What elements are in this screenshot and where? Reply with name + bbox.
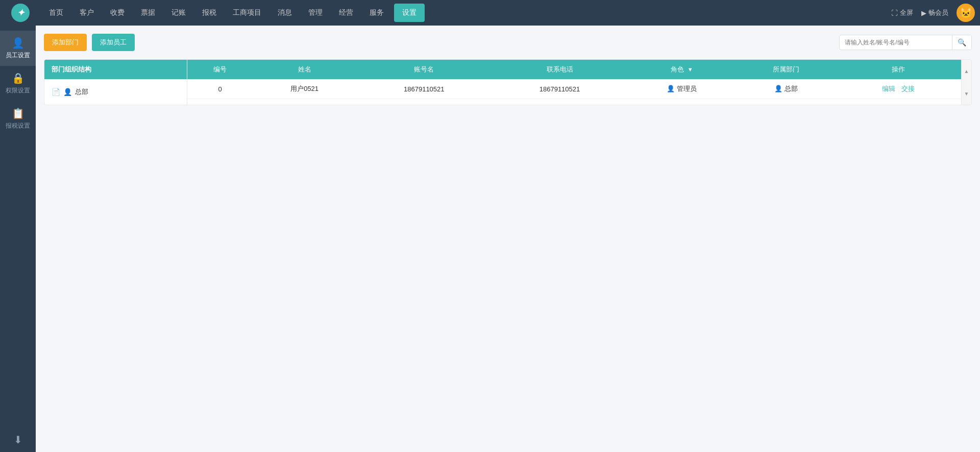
nav-item-fees[interactable]: 收费 — [102, 0, 133, 26]
top-navigation: ✦ 首页 客户 收费 票据 记账 报税 工商项目 消息 管理 经营 服务 设置 … — [0, 0, 980, 26]
sidebar-item-permissions-label: 权限设置 — [6, 86, 30, 95]
cell-name: 用户0521 — [253, 79, 356, 99]
sidebar-item-employee[interactable]: 👤 员工设置 — [0, 31, 36, 66]
nav-item-accounting[interactable]: 记账 — [163, 0, 194, 26]
filter-icon: ▼ — [688, 66, 693, 73]
dept-user-icon: 👤 — [774, 85, 782, 92]
play-icon: ▶ — [921, 9, 926, 17]
cell-role: 👤管理员 — [627, 79, 736, 99]
permissions-icon: 🔒 — [12, 72, 24, 84]
table-header-row: 编号 姓名 账号名 联系电话 角色 ▼ 所属部门 操作 — [187, 60, 961, 79]
action-交接[interactable]: 交接 — [901, 85, 915, 92]
search-input[interactable] — [840, 36, 952, 49]
emp-table: 编号 姓名 账号名 联系电话 角色 ▼ 所属部门 操作 — [187, 60, 961, 105]
dept-tree-body: 📄 👤 总部 — [44, 79, 187, 105]
cell-account: 18679110521 — [356, 79, 492, 99]
col-header-id: 编号 — [187, 60, 253, 79]
sidebar-item-tax-label: 报税设置 — [6, 122, 30, 130]
scroll-up-button[interactable]: ▲ — [962, 60, 971, 82]
cell-id: 0 — [187, 79, 253, 99]
nav-menu: 首页 客户 收费 票据 记账 报税 工商项目 消息 管理 经营 服务 设置 — [41, 0, 891, 26]
search-box: 🔍 — [839, 35, 972, 50]
scroll-down-button[interactable]: ▼ — [962, 82, 971, 105]
sidebar-bottom: ⬇ — [0, 427, 36, 452]
nav-item-tax[interactable]: 报税 — [194, 0, 225, 26]
action-编辑[interactable]: 编辑 — [882, 85, 895, 92]
download-icon: ⬇ — [14, 434, 22, 446]
nav-item-customer[interactable]: 客户 — [71, 0, 102, 26]
nav-item-settings[interactable]: 设置 — [394, 4, 425, 22]
fullscreen-icon: ⛶ — [891, 9, 898, 17]
table-scroll-controls: ▲ ▼ — [961, 60, 971, 105]
search-button[interactable]: 🔍 — [952, 35, 971, 50]
nav-right-actions: ⛶ 全屏 ▶ 畅会员 🐱 — [891, 4, 975, 22]
dept-tree-header: 部门组织结构 — [44, 60, 187, 79]
col-header-dept: 所属部门 — [736, 60, 836, 79]
tax-settings-icon: 📋 — [12, 107, 24, 120]
dept-item-headquarters[interactable]: 📄 👤 总部 — [50, 84, 182, 100]
fullscreen-button[interactable]: ⛶ 全屏 — [891, 8, 913, 17]
nav-item-business[interactable]: 工商项目 — [225, 0, 270, 26]
dept-item-label: 总部 — [75, 87, 88, 97]
fullscreen-label: 全屏 — [900, 8, 913, 17]
nav-item-message[interactable]: 消息 — [270, 0, 300, 26]
nav-item-bills[interactable]: 票据 — [133, 0, 163, 26]
employee-icon: 👤 — [12, 37, 24, 49]
nav-item-service[interactable]: 服务 — [361, 0, 392, 26]
add-emp-button[interactable]: 添加员工 — [92, 34, 135, 51]
nav-item-manage[interactable]: 管理 — [300, 0, 331, 26]
add-dept-button[interactable]: 添加部门 — [44, 34, 87, 51]
sidebar-item-permissions[interactable]: 🔒 权限设置 — [0, 66, 36, 101]
main-layout: 👤 员工设置 🔒 权限设置 📋 报税设置 ⬇ 添加部门 添加员工 🔍 — [0, 26, 980, 452]
member-label: 畅会员 — [928, 8, 948, 17]
logo-icon: ✦ — [11, 4, 30, 22]
dept-tree: 部门组织结构 📄 👤 总部 — [44, 60, 187, 105]
nav-item-home[interactable]: 首页 — [41, 0, 71, 26]
col-header-name: 姓名 — [253, 60, 356, 79]
app-logo: ✦ — [5, 4, 36, 22]
cell-actions: 编辑 交接 — [836, 79, 962, 99]
sidebar-item-tax-settings[interactable]: 📋 报税设置 — [0, 101, 36, 136]
content-area: 添加部门 添加员工 🔍 部门组织结构 📄 👤 总部 — [36, 26, 980, 452]
col-header-role[interactable]: 角色 ▼ — [627, 60, 736, 79]
cell-phone: 18679110521 — [492, 79, 628, 99]
col-header-account: 账号名 — [356, 60, 492, 79]
col-header-action: 操作 — [836, 60, 962, 79]
nav-item-operation[interactable]: 经营 — [331, 0, 361, 26]
table-container: 部门组织结构 📄 👤 总部 编号 姓名 账号名 — [44, 59, 972, 105]
col-header-phone: 联系电话 — [492, 60, 628, 79]
dept-user-icon: 👤 — [63, 88, 72, 96]
user-avatar[interactable]: 🐱 — [957, 4, 975, 22]
member-button[interactable]: ▶ 畅会员 — [921, 8, 948, 17]
sidebar: 👤 员工设置 🔒 权限设置 📋 报税设置 ⬇ — [0, 26, 36, 452]
sidebar-download-button[interactable]: ⬇ — [0, 427, 36, 452]
role-label: 角色 — [671, 65, 684, 73]
employee-table: 编号 姓名 账号名 联系电话 角色 ▼ 所属部门 操作 — [187, 60, 961, 99]
cell-dept: 👤总部 — [736, 79, 836, 99]
toolbar: 添加部门 添加员工 🔍 — [44, 34, 972, 51]
file-icon: 📄 — [52, 88, 60, 96]
role-user-icon: 👤 — [667, 85, 675, 92]
table-row: 0 用户0521 18679110521 18679110521 👤管理员 👤总… — [187, 79, 961, 99]
sidebar-item-employee-label: 员工设置 — [6, 51, 30, 60]
